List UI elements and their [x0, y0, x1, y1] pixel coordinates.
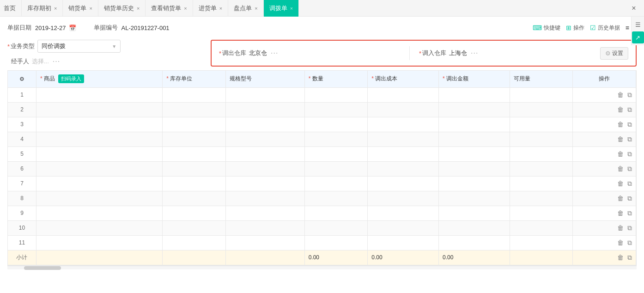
amount-cell-6[interactable] [438, 161, 510, 176]
delete-icon-6[interactable]: 🗑 [617, 165, 624, 172]
qty-cell-9[interactable] [304, 206, 368, 220]
available-cell-7[interactable] [510, 176, 573, 191]
copy-icon-9[interactable]: ⧉ [627, 209, 632, 217]
history-button[interactable]: ☑ 历史单据 [590, 24, 620, 32]
unit-cell-2[interactable] [163, 102, 226, 117]
unit-cell-3[interactable] [163, 117, 226, 132]
spec-cell-7[interactable] [225, 176, 304, 191]
layout-list-icon[interactable]: ≡ [626, 24, 629, 31]
business-type-select[interactable]: 同价调拨 ▼ [37, 40, 121, 53]
unit-cell-11[interactable] [163, 235, 226, 250]
available-cell-2[interactable] [510, 102, 573, 117]
spec-cell-8[interactable] [225, 191, 304, 206]
product-cell-10[interactable] [36, 220, 162, 235]
scroll-thumb[interactable] [24, 266, 61, 270]
amount-cell-9[interactable] [438, 206, 510, 220]
copy-icon-10[interactable]: ⧉ [627, 224, 632, 232]
cost-cell-7[interactable] [368, 176, 439, 191]
scroll-area[interactable] [7, 266, 637, 269]
spec-cell-9[interactable] [225, 206, 304, 220]
sidebar-list-button[interactable]: ☰ [632, 18, 644, 31]
available-cell-11[interactable] [510, 235, 573, 250]
amount-cell-7[interactable] [438, 176, 510, 191]
copy-icon-6[interactable]: ⧉ [627, 165, 632, 173]
product-cell-3[interactable] [36, 117, 162, 132]
copy-icon-7[interactable]: ⧉ [627, 180, 632, 188]
delete-icon-3[interactable]: 🗑 [617, 121, 624, 128]
copy-icon-4[interactable]: ⧉ [627, 135, 632, 143]
operations-button[interactable]: ⊞ 操作 [566, 24, 584, 32]
window-close-button[interactable]: × [627, 2, 640, 15]
unit-cell-6[interactable] [163, 161, 226, 176]
tab-purchase-order[interactable]: 进货单 × [193, 0, 228, 17]
cost-cell-9[interactable] [368, 206, 439, 220]
qty-cell-3[interactable] [304, 117, 368, 132]
delete-icon-2[interactable]: 🗑 [617, 106, 624, 113]
cost-cell-10[interactable] [368, 220, 439, 235]
sidebar-export-button[interactable]: ↗ [632, 31, 644, 43]
spec-cell-4[interactable] [225, 132, 304, 146]
available-cell-1[interactable] [510, 87, 573, 102]
spec-cell-11[interactable] [225, 235, 304, 250]
delete-icon-4[interactable]: 🗑 [617, 135, 624, 143]
amount-cell-4[interactable] [438, 132, 510, 146]
spec-cell-3[interactable] [225, 117, 304, 132]
product-cell-5[interactable] [36, 146, 162, 161]
product-cell-8[interactable] [36, 191, 162, 206]
available-cell-6[interactable] [510, 161, 573, 176]
shortcuts-button[interactable]: ⌨ 快捷键 [533, 24, 560, 32]
delete-icon-7[interactable]: 🗑 [617, 180, 624, 187]
spec-cell-5[interactable] [225, 146, 304, 161]
spec-cell-10[interactable] [225, 220, 304, 235]
qty-cell-5[interactable] [304, 146, 368, 161]
delete-icon-11[interactable]: 🗑 [617, 239, 624, 246]
copy-icon-5[interactable]: ⧉ [627, 150, 632, 158]
tab-inventory-init[interactable]: 库存期初 × [22, 0, 63, 17]
th-settings[interactable]: ⚙ [8, 71, 36, 87]
unit-cell-4[interactable] [163, 132, 226, 146]
amount-cell-8[interactable] [438, 191, 510, 206]
cost-cell-3[interactable] [368, 117, 439, 132]
spec-cell-2[interactable] [225, 102, 304, 117]
operator-select[interactable]: 选择... [32, 57, 49, 66]
product-cell-11[interactable] [36, 235, 162, 250]
unit-cell-9[interactable] [163, 206, 226, 220]
tab-sales-order[interactable]: 销货单 × [63, 0, 98, 17]
tab-view-sales-close[interactable]: × [184, 6, 187, 11]
spec-cell-1[interactable] [225, 87, 304, 102]
cost-cell-6[interactable] [368, 161, 439, 176]
amount-cell-5[interactable] [438, 146, 510, 161]
in-warehouse-dots-button[interactable]: ··· [471, 49, 478, 57]
amount-cell-1[interactable] [438, 87, 510, 102]
operator-dots-button[interactable]: ··· [53, 57, 60, 66]
scan-button[interactable]: 扫码录入 [58, 74, 84, 83]
copy-icon-1[interactable]: ⧉ [627, 91, 632, 99]
qty-cell-10[interactable] [304, 220, 368, 235]
unit-cell-8[interactable] [163, 191, 226, 206]
qty-cell-7[interactable] [304, 176, 368, 191]
amount-cell-3[interactable] [438, 117, 510, 132]
setting-button[interactable]: ⚙ 设置 [600, 47, 628, 60]
product-cell-9[interactable] [36, 206, 162, 220]
cost-cell-4[interactable] [368, 132, 439, 146]
tab-sales-history-close[interactable]: × [137, 6, 140, 11]
tab-view-sales[interactable]: 查看销货单 × [146, 0, 193, 17]
tab-sales-order-close[interactable]: × [89, 6, 92, 11]
copy-icon-8[interactable]: ⧉ [627, 195, 632, 202]
product-cell-7[interactable] [36, 176, 162, 191]
unit-cell-7[interactable] [163, 176, 226, 191]
product-cell-2[interactable] [36, 102, 162, 117]
delete-icon-5[interactable]: 🗑 [617, 150, 624, 158]
tab-transfer-close[interactable]: × [290, 6, 293, 11]
tab-inventory-init-close[interactable]: × [54, 6, 57, 11]
cost-cell-2[interactable] [368, 102, 439, 117]
available-cell-4[interactable] [510, 132, 573, 146]
delete-icon-8[interactable]: 🗑 [617, 195, 624, 202]
qty-cell-6[interactable] [304, 161, 368, 176]
amount-cell-11[interactable] [438, 235, 510, 250]
qty-cell-11[interactable] [304, 235, 368, 250]
tab-inventory-check[interactable]: 盘点单 × [228, 0, 263, 17]
delete-icon-10[interactable]: 🗑 [617, 224, 624, 232]
calendar-icon[interactable]: 📅 [69, 24, 76, 31]
cost-cell-8[interactable] [368, 191, 439, 206]
